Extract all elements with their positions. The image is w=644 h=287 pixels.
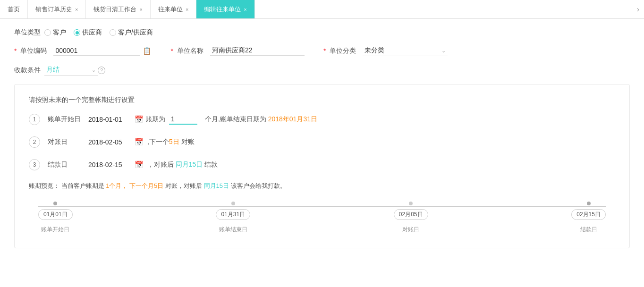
unit-name-input[interactable] [210, 46, 305, 56]
tab-partner[interactable]: 往来单位 × [151, 0, 196, 18]
step-3-highlight: 同月15日 [176, 160, 203, 169]
preview-p2: 下一个月5日 [129, 182, 163, 189]
radio-customer[interactable]: 客户 [44, 28, 66, 37]
step-2-highlight: 5日 [169, 138, 179, 146]
card-title: 请按照未来的一个完整帐期进行设置 [29, 96, 615, 104]
step-3-date: 2018-02-15 [88, 161, 131, 169]
step-2-prefix: ,下一个 [145, 138, 169, 146]
unit-class-field: * 单位分类 未分类 ⌄ [323, 45, 448, 56]
step-3-prefix: ，对账后 [145, 160, 176, 169]
payment-row: 收款条件 月结 ⌄ ? [14, 65, 630, 76]
timeline-dot-1 [231, 202, 235, 205]
tab-cash-work-close[interactable]: × [139, 7, 142, 12]
timeline-point-2: 02月05日 对账日 [394, 202, 428, 234]
period-card: 请按照未来的一个完整帐期进行设置 1 账单开始日 2018-01-01 📅 账期… [14, 84, 630, 248]
preview-before: 当前客户账期是 [61, 182, 104, 189]
tab-partner-close[interactable]: × [186, 7, 188, 12]
tab-more-button[interactable]: › [632, 5, 644, 14]
step-3-num: 3 [29, 159, 40, 170]
timeline-sub-0: 账单开始日 [41, 226, 69, 234]
unit-code-copy-icon[interactable]: 📋 [143, 47, 152, 55]
step-2-calendar-icon[interactable]: 📅 [135, 138, 144, 146]
preview-p3: 同月15日 [204, 182, 229, 189]
timeline-dot-3 [587, 202, 591, 205]
tab-cash-work-label: 钱货日清工作台 [93, 5, 136, 14]
payment-label: 收款条件 [14, 66, 41, 75]
unit-class-star: * [323, 47, 326, 55]
timeline-badge-1: 01月31日 [216, 209, 250, 220]
preview-p1: 1个月， [106, 182, 127, 189]
unit-class-select[interactable]: 未分类 ⌄ [363, 45, 448, 56]
tabs-bar: 首页 销售订单历史 × 钱货日清工作台 × 往来单位 × 编辑往来单位 × › [0, 0, 644, 19]
unit-name-field: * 单位名称 [170, 46, 304, 56]
step-3-calendar-icon[interactable]: 📅 [135, 160, 144, 169]
preview-section: 账期预览： 当前客户账期是 1个月， 下一个月5日 对账，对账后 同月15日 该… [29, 182, 615, 234]
radio-both[interactable]: 客户/供应商 [110, 28, 153, 37]
timeline-badge-2: 02月05日 [394, 209, 428, 220]
unit-type-label: 单位类型 [14, 28, 41, 37]
timeline: 01月01日 账单开始日 01月31日 账单结束日 02月05日 对账日 [29, 202, 615, 234]
period-input[interactable] [169, 114, 197, 125]
step-1-date: 2018-01-01 [88, 116, 131, 123]
step-row-3: 3 结款日 2018-02-15 📅 ，对账后 同月15日 结款 [29, 159, 615, 170]
timeline-sub-3: 结款日 [580, 226, 597, 234]
timeline-badge-0: 01月01日 [38, 209, 73, 220]
unit-code-label: 单位编码 [20, 47, 47, 55]
step-1-mid: 账期为 [145, 115, 165, 124]
timeline-points: 01月01日 账单开始日 01月31日 账单结束日 02月05日 对账日 [38, 202, 606, 234]
timeline-sub-1: 账单结束日 [219, 226, 247, 234]
preview-end: 该客户会给我打款。 [231, 182, 286, 189]
timeline-point-1: 01月31日 账单结束日 [216, 202, 250, 234]
unit-code-star: * [14, 47, 17, 55]
step-row-1: 1 账单开始日 2018-01-01 📅 账期为 个月,账单结束日期为 2018… [29, 114, 615, 125]
tab-partner-label: 往来单位 [158, 5, 183, 14]
unit-type-row: 单位类型 客户 供应商 客户/供应商 [14, 28, 630, 37]
help-icon[interactable]: ? [98, 67, 105, 74]
step-2-num: 2 [29, 136, 40, 148]
step-1-label: 账单开始日 [48, 115, 81, 124]
radio-supplier[interactable]: 供应商 [74, 28, 102, 37]
unit-class-label: 单位分类 [330, 47, 356, 55]
main-content: 单位类型 客户 供应商 客户/供应商 * 单位编码 📋 * 单位名称 [0, 19, 644, 287]
radio-customer-label: 客户 [53, 28, 66, 37]
timeline-sub-2: 对账日 [402, 226, 419, 234]
step-2-label: 对账日 [48, 138, 81, 146]
step-1-calendar-icon[interactable]: 📅 [135, 115, 144, 124]
step-1-suffix: 个月,账单结束日期为 [203, 115, 268, 124]
unit-class-chevron-icon: ⌄ [441, 48, 446, 54]
tab-sales-history-label: 销售订单历史 [35, 5, 72, 14]
radio-both-circle [110, 29, 116, 36]
unit-name-star: * [170, 47, 173, 55]
step-1-num: 1 [29, 114, 40, 125]
unit-class-value: 未分类 [364, 46, 384, 55]
unit-info-row: * 单位编码 📋 * 单位名称 * 单位分类 未分类 ⌄ [14, 45, 630, 56]
unit-code-input[interactable] [53, 46, 140, 56]
tab-sales-history[interactable]: 销售订单历史 × [28, 0, 86, 18]
unit-type-radio-group: 客户 供应商 客户/供应商 [44, 28, 153, 37]
tab-edit-partner-close[interactable]: × [244, 7, 246, 12]
tab-cash-work[interactable]: 钱货日清工作台 × [86, 0, 150, 18]
unit-code-field: * 单位编码 📋 [14, 46, 152, 56]
timeline-badge-3: 02月15日 [571, 209, 606, 220]
payment-select[interactable]: 月结 ⌄ [44, 65, 98, 76]
step-2-suffix: 对账 [181, 138, 195, 146]
payment-select-value: 月结 [46, 66, 59, 74]
tab-sales-history-close[interactable]: × [75, 7, 78, 12]
step-3-label: 结款日 [48, 160, 81, 169]
timeline-dot-0 [53, 202, 57, 205]
step-2-date: 2018-02-05 [88, 138, 131, 146]
timeline-point-3: 02月15日 结款日 [571, 202, 606, 234]
radio-both-label: 客户/供应商 [118, 28, 153, 37]
tab-home-label: 首页 [8, 5, 20, 14]
preview-label: 账期预览： [29, 182, 59, 189]
preview-mid: 对账，对账后 [165, 182, 202, 189]
radio-customer-circle [44, 29, 51, 36]
unit-name-label: 单位名称 [177, 47, 203, 55]
tab-home[interactable]: 首页 [0, 0, 28, 18]
tab-edit-partner[interactable]: 编辑往来单位 × [196, 0, 254, 18]
radio-supplier-label: 供应商 [82, 28, 102, 37]
timeline-dot-2 [409, 202, 413, 205]
payment-chevron-icon: ⌄ [92, 67, 96, 73]
timeline-point-0: 01月01日 账单开始日 [38, 202, 73, 234]
step-1-highlight: 2018年01月31日 [268, 115, 317, 124]
